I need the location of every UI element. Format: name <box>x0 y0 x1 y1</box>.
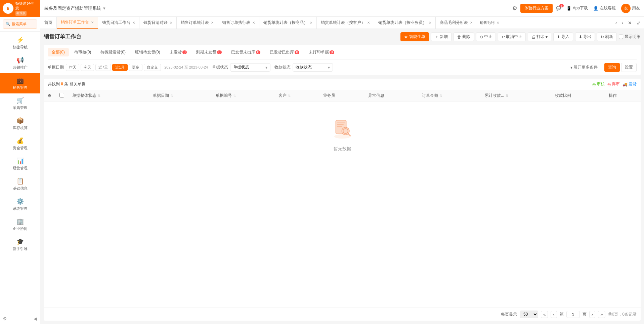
date-btn-more[interactable]: 更多 <box>129 64 142 71</box>
cancel-stop-button[interactable]: ↩ 取消中止 <box>498 32 526 41</box>
sidebar-item-enterprise[interactable]: 🏢 企业协同 <box>0 214 40 235</box>
filter-tab-all[interactable]: 全部(0) <box>48 48 69 56</box>
tab-sales-gross[interactable]: 销售毛利 ✕ <box>477 17 502 29</box>
date-btn-7days[interactable]: 近7天 <box>95 64 111 71</box>
settings-footer-button[interactable]: ⚙ <box>3 316 7 321</box>
sort-status-icon[interactable]: ⇅ <box>98 94 100 97</box>
tab-cash-daily[interactable]: 钱货日清工作台 ✕ <box>98 17 139 29</box>
message-button[interactable]: 💬 6 💬 <box>556 6 561 11</box>
purchase-icon: 🛒 <box>16 97 24 104</box>
shipped-not-stored-badge: 0 <box>256 50 261 54</box>
date-btn-today[interactable]: 今天 <box>81 64 94 71</box>
tab-close-sales-stat-customer[interactable]: ✕ <box>367 21 370 25</box>
show-details-checkbox[interactable] <box>619 35 623 39</box>
industry-solution-button[interactable]: 体验行业方案 <box>520 4 553 13</box>
filter-tab-expired-not-shipped[interactable]: 到期未发货0 <box>192 48 226 56</box>
sort-number-icon[interactable]: ⇅ <box>233 94 236 97</box>
sort-customer-icon[interactable]: ⇅ <box>288 94 291 97</box>
show-details-label[interactable]: 显示明细 <box>619 34 641 40</box>
tab-close-sales-exec[interactable]: ✕ <box>252 21 255 25</box>
filter-tab-pending-review[interactable]: 待审核(0) <box>70 48 95 56</box>
tab-maximize-button[interactable]: ⤢ <box>635 19 643 26</box>
tab-scroll-left-button[interactable]: ‹ <box>613 19 619 26</box>
tab-close-sales-stat-product[interactable]: ✕ <box>310 21 312 25</box>
sidebar-item-system[interactable]: ⚙️ 系统管理 <box>0 194 40 214</box>
cancel-audit-button[interactable]: ◎ 弃审 <box>607 81 620 87</box>
ship-button[interactable]: 🚚 发货 <box>622 81 637 87</box>
sidebar-item-operations[interactable]: 📊 经营管理 <box>0 154 40 174</box>
data-table: ⚙ 单据整体状态 ⇅ <box>44 90 641 102</box>
tab-close-cash-reconcile[interactable]: ✕ <box>170 21 172 25</box>
sidebar-item-sales[interactable]: 💼 销售管理 <box>0 73 40 93</box>
filter-tab-not-shipped[interactable]: 未发货0 <box>166 48 191 56</box>
tab-sales-stat-customer[interactable]: 销货单统计表（按客户） ✕ <box>317 17 374 29</box>
user-menu-button[interactable]: 友 用友 <box>621 4 640 13</box>
tab-close-all-button[interactable]: ✕ <box>626 19 634 26</box>
smart-create-button[interactable]: ★ 智能生单 <box>400 32 429 41</box>
new-button[interactable]: ＋ 新增 <box>431 32 452 41</box>
stop-button[interactable]: ⊙ 中止 <box>476 32 496 41</box>
sidebar-item-quick-nav[interactable]: ⚡ 快捷导航 <box>0 33 40 53</box>
last-page-button[interactable]: » <box>598 311 605 318</box>
refresh-icon: ↻ <box>601 35 604 39</box>
expand-conditions-button[interactable]: ▾ 展开更多条件 <box>570 65 598 70</box>
refresh-button[interactable]: ↻ 刷新 <box>597 32 617 41</box>
prev-page-button[interactable]: ‹ <box>551 311 557 318</box>
tab-close-sales-gross[interactable]: ✕ <box>497 21 499 25</box>
export-button[interactable]: ⬇ 导出 <box>575 32 595 41</box>
delete-button[interactable]: 🗑 删除 <box>454 32 474 41</box>
first-page-button[interactable]: « <box>541 311 548 318</box>
import-button[interactable]: ⬆ 导入 <box>553 32 573 41</box>
filter-tab-shipped-stored[interactable]: 已发货已出库0 <box>266 48 303 56</box>
print-button[interactable]: 🖨 打印 ▾ <box>528 32 551 41</box>
filter-tab-pending-inspect[interactable]: 待拣货发货(0) <box>96 48 130 56</box>
payment-select[interactable]: 收款状态 ▾ <box>293 63 333 72</box>
tab-sales-workbench[interactable]: 销售订单工作台 ✕ <box>57 17 98 29</box>
record-count: 0 <box>61 82 63 86</box>
sort-date-icon[interactable]: ⇅ <box>170 94 173 97</box>
tab-product-margin[interactable]: 商品毛利分析表 ✕ <box>436 17 477 29</box>
sort-amount-icon[interactable]: ⇅ <box>439 94 442 97</box>
sidebar-item-marketing[interactable]: 📢 营销推广 <box>0 53 40 73</box>
next-page-button[interactable]: › <box>589 311 595 318</box>
filter-tab-not-printed[interactable]: 未打印单据0 <box>305 48 338 56</box>
filter-tab-wangpu[interactable]: 旺铺待发货(0) <box>131 48 164 56</box>
sidebar-item-basic-info[interactable]: 📋 基础信息 <box>0 174 40 194</box>
table-scroll-area[interactable]: ⚙ 单据整体状态 ⇅ <box>44 90 641 308</box>
query-button[interactable]: 查询 <box>604 63 620 72</box>
date-btn-1month[interactable]: 近1月 <box>112 64 128 71</box>
filter-tab-shipped-not-stored[interactable]: 已发货未出库0 <box>227 48 265 56</box>
audit-button[interactable]: ◎ 审核 <box>592 81 605 87</box>
online-service-button[interactable]: 👤 在线客服 <box>593 5 616 11</box>
sort-collected-icon[interactable]: ⇅ <box>506 94 508 97</box>
sidebar-item-inventory[interactable]: 📦 库存核算 <box>0 114 40 134</box>
sidebar-item-finance[interactable]: 💰 资金管理 <box>0 134 40 154</box>
sidebar-item-guide[interactable]: 🎓 新手引导 <box>0 235 40 255</box>
tab-sales-stat-salesperson[interactable]: 销货单统计表（按业务员） ✕ <box>374 17 436 29</box>
page-size-select[interactable]: 50 10 20 100 <box>520 311 538 318</box>
status-select[interactable]: 单据状态 ▾ <box>230 63 270 72</box>
tab-close-sales-stats[interactable]: ✕ <box>211 21 214 25</box>
search-menu-button[interactable]: 🔍 搜索菜单 <box>3 19 37 29</box>
sidebar-item-purchase[interactable]: 🛒 采购管理 <box>0 93 40 114</box>
tab-close-sales-workbench[interactable]: ✕ <box>91 21 94 24</box>
tab-home[interactable]: 首页 <box>40 17 57 29</box>
collapse-sidebar-button[interactable]: ◀ <box>34 316 37 321</box>
page-unit: 页 <box>583 312 587 317</box>
tab-sales-exec[interactable]: 销售订单执行表 ✕ <box>218 17 259 29</box>
tab-sales-stats[interactable]: 销售订单统计表 ✕ <box>177 17 218 29</box>
tab-close-sales-stat-salesperson[interactable]: ✕ <box>429 21 431 25</box>
tab-close-cash-daily[interactable]: ✕ <box>132 21 135 25</box>
page-number-input[interactable] <box>566 311 580 318</box>
tab-scroll-right-button[interactable]: › <box>619 19 625 26</box>
tab-close-product-margin[interactable]: ✕ <box>470 21 473 25</box>
date-btn-yesterday[interactable]: 昨天 <box>66 64 79 71</box>
tab-cash-reconcile[interactable]: 钱货日清对账 ✕ <box>139 17 177 29</box>
topbar-settings-icon[interactable]: ⚙ <box>512 5 517 11</box>
tab-sales-stat-product[interactable]: 销货单统计表（按商品） ✕ <box>259 17 317 29</box>
app-download-button[interactable]: 📱 App下载 <box>566 5 588 11</box>
table-settings-icon[interactable]: ⚙ <box>48 93 51 98</box>
date-btn-custom[interactable]: 自定义 <box>144 64 161 71</box>
select-all-checkbox[interactable] <box>59 93 64 97</box>
filter-settings-button[interactable]: 设置 <box>621 63 637 72</box>
